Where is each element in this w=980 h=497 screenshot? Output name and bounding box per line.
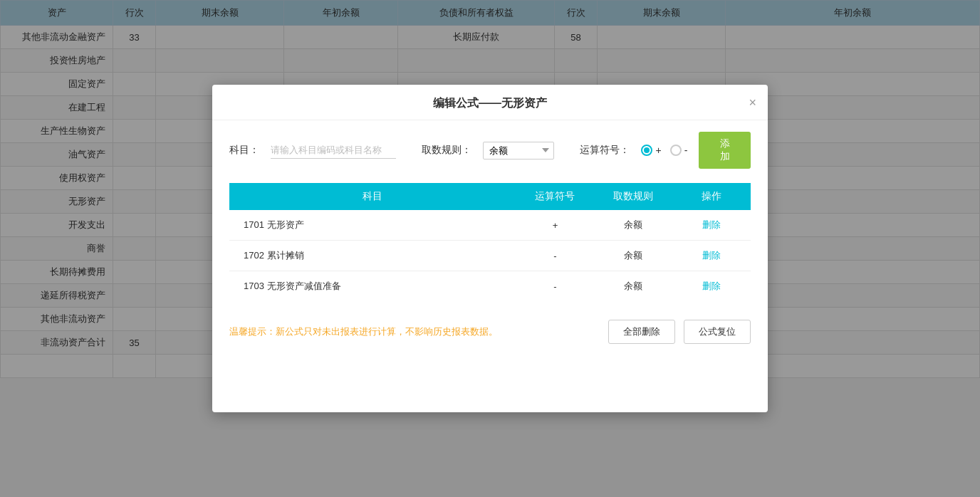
delete-all-button[interactable]: 全部删除 — [608, 320, 675, 344]
modal-table-action: 删除 — [672, 210, 751, 241]
modal-overlay: 编辑公式——无形资产 × 科目： 取数规则： 余额 借方 贷方 借方发生额 贷方… — [0, 0, 980, 497]
subject-label: 科目： — [229, 144, 259, 157]
modal-table-subject: 1701 无形资产 — [229, 210, 516, 241]
reset-formula-button[interactable]: 公式复位 — [684, 320, 751, 344]
subject-input[interactable] — [271, 142, 396, 159]
col-op: 运算符号 — [516, 183, 595, 210]
radio-group: + - — [641, 145, 687, 156]
footer-hint: 温馨提示：新公式只对未出报表进行计算，不影响历史报表数据。 — [229, 325, 498, 338]
modal-table-rule: 余额 — [594, 271, 672, 302]
modal-table-subject: 1702 累计摊销 — [229, 241, 516, 271]
table-row: 1702 累计摊销-余额删除 — [229, 241, 751, 271]
modal-table-wrap: 科目 运算符号 取数规则 操作 1701 无形资产+余额删除1702 累计摊销-… — [212, 183, 768, 301]
modal-table-rule: 余额 — [594, 241, 672, 271]
modal-dialog: 编辑公式——无形资产 × 科目： 取数规则： 余额 借方 贷方 借方发生额 贷方… — [212, 85, 768, 412]
col-action: 操作 — [672, 183, 751, 210]
radio-minus-circle — [670, 145, 682, 156]
modal-table-rule: 余额 — [594, 210, 672, 241]
modal-table-subject: 1703 无形资产减值准备 — [229, 271, 516, 302]
modal-table-op: + — [516, 210, 595, 241]
col-subject: 科目 — [229, 183, 516, 210]
delete-row-link[interactable]: 删除 — [702, 219, 721, 230]
col-rule: 取数规则 — [594, 183, 672, 210]
modal-title: 编辑公式——无形资产 — [433, 97, 547, 109]
radio-plus-circle — [641, 145, 652, 156]
add-button[interactable]: 添加 — [699, 132, 751, 169]
modal-table-action: 删除 — [672, 241, 751, 271]
modal-header: 编辑公式——无形资产 × — [212, 85, 768, 120]
rule-select[interactable]: 余额 借方 贷方 借方发生额 贷方发生额 — [483, 142, 554, 159]
modal-table: 科目 运算符号 取数规则 操作 1701 无形资产+余额删除1702 累计摊销-… — [229, 183, 751, 301]
modal-footer: 温馨提示：新公式只对未出报表进行计算，不影响历史报表数据。 全部删除 公式复位 — [212, 308, 768, 347]
delete-row-link[interactable]: 删除 — [702, 281, 721, 291]
form-row: 科目： 取数规则： 余额 借方 贷方 借方发生额 贷方发生额 运算符号： + — [212, 120, 768, 180]
table-row: 1703 无形资产减值准备-余额删除 — [229, 271, 751, 302]
modal-table-op: - — [516, 241, 595, 271]
radio-minus[interactable]: - — [670, 145, 688, 156]
modal-table-op: - — [516, 271, 595, 302]
footer-buttons: 全部删除 公式复位 — [608, 320, 751, 344]
modal-close-button[interactable]: × — [749, 96, 756, 109]
radio-plus-label: + — [655, 145, 661, 156]
op-label: 运算符号： — [580, 144, 630, 157]
table-row: 1701 无形资产+余额删除 — [229, 210, 751, 241]
radio-minus-label: - — [684, 145, 688, 156]
rule-label: 取数规则： — [422, 144, 471, 157]
delete-row-link[interactable]: 删除 — [702, 250, 721, 261]
rule-select-wrap: 余额 借方 贷方 借方发生额 贷方发生额 — [483, 142, 554, 159]
radio-plus[interactable]: + — [641, 145, 661, 156]
modal-table-action: 删除 — [672, 271, 751, 302]
